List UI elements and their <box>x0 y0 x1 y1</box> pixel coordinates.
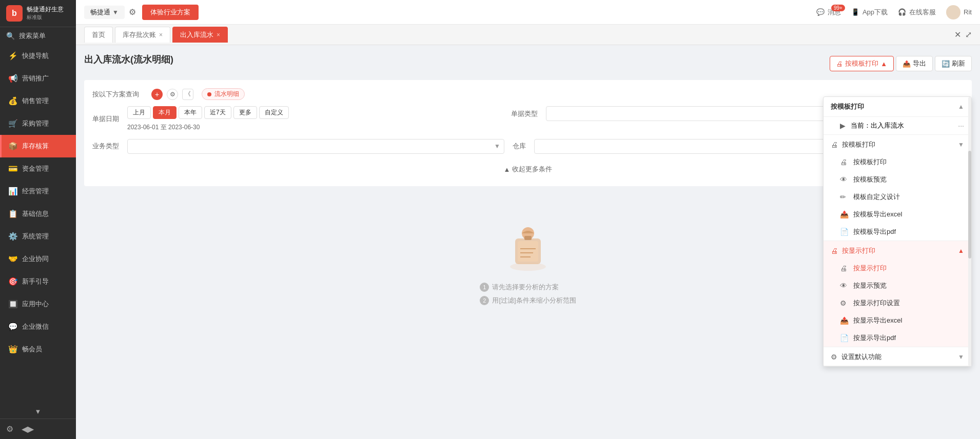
display-preview-item[interactable]: 👁 按显示预览 <box>824 277 971 294</box>
tab-batch-account-close[interactable]: × <box>159 31 163 38</box>
online-service-button[interactable]: 🎧 在线客服 <box>898 8 936 17</box>
doc-type-label: 单据类型 <box>511 109 538 118</box>
template-section-header: 🖨 按模板打印 ▼ <box>824 135 971 153</box>
template-preview-item[interactable]: 👁 按模板预览 <box>824 171 971 188</box>
display-preview-label: 按显示预览 <box>853 281 887 290</box>
dropdown-arrow-up[interactable]: ▲ <box>958 103 964 110</box>
guide-label: 新手引导 <box>22 277 49 286</box>
sales-icon: 💰 <box>8 96 18 106</box>
tip-circle-2: 2 <box>480 296 489 305</box>
template-section-arrow[interactable]: ▼ <box>958 141 964 148</box>
date-this-year[interactable]: 本年 <box>179 106 202 119</box>
display-pdf-icon: 📄 <box>840 334 848 342</box>
template-print-label: 按模板打印 <box>845 59 878 68</box>
template-print-button[interactable]: 🖨 按模板打印 ▲ <box>830 56 894 71</box>
inventory-icon: 📦 <box>8 141 18 151</box>
sidebar-item-marketing[interactable]: 📢 营销推广 <box>0 67 76 90</box>
tab-flow-label: 出入库流水 <box>180 30 213 39</box>
topbar: 畅捷通 ▼ ⚙ 体验行业方案 💬 消息 99+ 📱 App下载 🎧 在线客服 <box>76 0 980 25</box>
messages-button[interactable]: 💬 消息 99+ <box>816 8 841 17</box>
sidebar-bottom: ⚙ ◀▶ <box>0 418 76 439</box>
tip-1-text: 请先选择要分析的方案 <box>492 283 559 292</box>
display-section-arrow[interactable]: ▲ <box>958 247 964 254</box>
filter-collapse-button[interactable]: 《 <box>182 89 193 100</box>
search-menu[interactable]: 🔍 搜索菜单 <box>0 27 76 45</box>
set-default-arrow[interactable]: ▼ <box>958 353 964 361</box>
date-more[interactable]: 更多 <box>233 106 257 119</box>
guide-icon: 🎯 <box>8 276 18 287</box>
app-download-button[interactable]: 📱 App下载 <box>851 8 888 17</box>
svg-rect-4 <box>524 236 532 240</box>
business-type-wrapper: ▼ <box>127 139 504 154</box>
sidebar-item-enterprise[interactable]: 🤝 企业协同 <box>0 248 76 270</box>
collapse-icon[interactable]: ◀▶ <box>22 424 34 434</box>
template-custom-item[interactable]: ✏ 模板自定义设计 <box>824 188 971 206</box>
export-label: 导出 <box>913 59 926 68</box>
sidebar-item-finance[interactable]: 💳 资金管理 <box>0 157 76 180</box>
sidebar-item-sales[interactable]: 💰 销售管理 <box>0 90 76 112</box>
current-inner: ▶ 当前：出入库流水 <box>840 121 904 130</box>
date-custom[interactable]: 自定义 <box>259 106 289 119</box>
display-print-item[interactable]: 🖨 按显示打印 <box>824 260 971 277</box>
dropdown-title: 按模板打印 <box>831 102 864 111</box>
close-window-icon[interactable]: ✕ <box>954 30 961 39</box>
empty-tips: 1 请先选择要分析的方案 2 用[过滤]条件来缩小分析范围 <box>480 283 576 309</box>
sidebar-item-quick-nav[interactable]: ⚡ 快捷导航 <box>0 45 76 67</box>
display-excel-item[interactable]: 📤 按显示导出excel <box>824 312 971 329</box>
tab-flow[interactable]: 出入库流水 × <box>172 27 228 43</box>
logo-text: 畅捷通好生意 标准版 <box>27 6 64 21</box>
dropdown-panel: 按模板打印 ▲ ▶ 当前：出入库流水 ··· <box>823 96 972 367</box>
sidebar-item-app-center[interactable]: 🔲 应用中心 <box>0 293 76 315</box>
sidebar-item-guide[interactable]: 🎯 新手引导 <box>0 270 76 293</box>
date-last-month[interactable]: 上月 <box>127 106 151 119</box>
tabs-bar: 首页 库存批次账 × 出入库流水 × ✕ ⤢ <box>76 25 980 45</box>
current-more-icon[interactable]: ··· <box>958 122 964 130</box>
sidebar-item-inventory[interactable]: 📦 库存核算 <box>0 135 76 157</box>
template-print-item[interactable]: 🖨 按模板打印 <box>824 153 971 171</box>
date-last-7[interactable]: 近7天 <box>204 106 231 119</box>
message-icon: 💬 <box>816 8 825 16</box>
display-print-icon: 🖨 <box>840 264 848 272</box>
template-excel-item[interactable]: 📤 按模板导出excel <box>824 206 971 223</box>
tab-home[interactable]: 首页 <box>84 27 113 43</box>
display-pdf-item[interactable]: 📄 按显示导出pdf <box>824 329 971 347</box>
set-default-icon: ⚙ <box>831 353 837 361</box>
tab-batch-account[interactable]: 库存批次账 × <box>115 27 170 43</box>
sidebar-item-system[interactable]: ⚙️ 系统管理 <box>0 225 76 248</box>
sidebar-scroll-down[interactable]: ▼ <box>0 405 76 418</box>
sidebar-item-basics[interactable]: 📋 基础信息 <box>0 203 76 225</box>
filter-add-button[interactable]: + <box>151 89 163 100</box>
display-settings-item[interactable]: ⚙ 按显示打印设置 <box>824 294 971 312</box>
template-pdf-item[interactable]: 📄 按模板导出pdf <box>824 223 971 241</box>
sidebar-item-purchase[interactable]: 🛒 采购管理 <box>0 112 76 135</box>
export-button[interactable]: 📤 导出 <box>896 56 933 71</box>
filter-tag: 流水明细 <box>202 88 245 100</box>
user-avatar-button[interactable]: Rit <box>946 5 972 19</box>
topbar-right: 💬 消息 99+ 📱 App下载 🎧 在线客服 Rit <box>816 5 972 19</box>
chevron-up-icon: ▲ <box>504 166 511 173</box>
tab-flow-close[interactable]: × <box>217 31 220 38</box>
membership-label: 畅会员 <box>22 345 42 354</box>
filter-settings-button[interactable]: ⚙ <box>167 89 178 100</box>
tip-2-text: 用[过滤]条件来缩小分析范围 <box>492 296 576 305</box>
template-print-icon: 🖨 <box>840 158 848 166</box>
sidebar-item-operations[interactable]: 📊 经营管理 <box>0 180 76 203</box>
business-type-select[interactable] <box>127 139 504 154</box>
sidebar-nav: ⚡ 快捷导航 📢 营销推广 💰 销售管理 🛒 采购管理 📦 库存核算 💳 <box>0 45 76 405</box>
maximize-window-icon[interactable]: ⤢ <box>965 30 972 39</box>
topbar-dropdown-icon[interactable]: ▼ <box>112 9 119 16</box>
tab-home-label: 首页 <box>92 30 105 39</box>
refresh-button[interactable]: 🔄 刷新 <box>935 56 972 71</box>
collapse-more-button[interactable]: ▲ 收起更多条件 <box>504 165 553 174</box>
dropdown-current-section: ▶ 当前：出入库流水 ··· <box>824 117 971 135</box>
sidebar-item-wechat[interactable]: 💬 企业微信 <box>0 315 76 338</box>
sidebar: b 畅捷通好生意 标准版 🔍 搜索菜单 ⚡ 快捷导航 📢 营销推广 💰 销售 <box>0 0 76 439</box>
topbar-gear-icon[interactable]: ⚙ <box>129 7 136 17</box>
display-section-icon: 🖨 <box>831 247 838 255</box>
main-area: 畅捷通 ▼ ⚙ 体验行业方案 💬 消息 99+ 📱 App下载 🎧 在线客服 <box>76 0 980 439</box>
trial-button[interactable]: 体验行业方案 <box>142 5 199 20</box>
basics-icon: 📋 <box>8 209 18 219</box>
settings-icon[interactable]: ⚙ <box>6 424 13 434</box>
date-this-month[interactable]: 本月 <box>153 106 177 119</box>
sidebar-item-membership[interactable]: 👑 畅会员 <box>0 338 76 361</box>
